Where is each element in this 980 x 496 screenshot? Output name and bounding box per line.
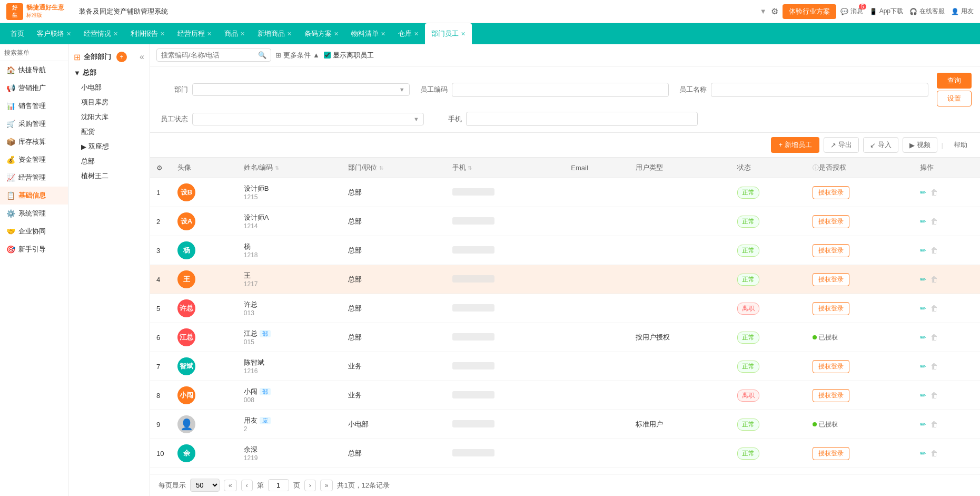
sidebar-item-basic[interactable]: 📋 基础信息 [0,187,68,205]
edit-icon[interactable]: ✏ [920,188,926,197]
nav-item-employee[interactable]: 部门员工 ✕ [425,23,472,44]
delete-icon[interactable]: 🗑 [930,449,938,458]
dept-node-zhishu[interactable]: 植树王二 [68,169,150,183]
search-input[interactable] [161,51,256,59]
sidebar-item-business[interactable]: 📈 经营管理 [0,169,68,187]
last-page-btn[interactable]: » [320,480,333,491]
app-download-btn[interactable]: 📱 App下载 [869,7,903,16]
delete-icon[interactable]: 🗑 [930,333,938,342]
collapse-tree-btn[interactable]: « [140,52,144,62]
close-icon[interactable]: ✕ [240,31,245,37]
auth-button[interactable]: 授权登录 [813,360,849,373]
dept-select[interactable]: ▼ [192,83,410,96]
close-icon[interactable]: ✕ [160,31,165,37]
auth-button[interactable]: 授权登录 [813,244,849,257]
delete-icon[interactable]: 🗑 [930,391,938,400]
col-dept[interactable]: 部门/职位 ⇅ [342,158,446,178]
edit-icon[interactable]: ✏ [920,391,926,400]
edit-icon[interactable]: ✏ [920,246,926,255]
sidebar-item-marketing[interactable]: 📢 营销推广 [0,79,68,97]
online-service-btn[interactable]: 🎧 在线客服 [909,7,945,16]
dropdown-arrow[interactable]: ▼ [760,7,767,15]
first-page-btn[interactable]: « [224,480,237,491]
sidebar-item-guide[interactable]: 🎯 新手引导 [0,240,68,258]
query-button[interactable]: 查询 [937,73,972,89]
delete-icon[interactable]: 🗑 [930,275,938,284]
col-phone[interactable]: 手机 ⇅ [446,158,565,178]
delete-icon[interactable]: 🗑 [930,304,938,313]
more-conditions-btn[interactable]: ⊞ 更多条件 ▲ [275,51,320,60]
delete-icon[interactable]: 🗑 [930,420,938,429]
close-icon[interactable]: ✕ [113,31,118,37]
nav-item-journey[interactable]: 经营历程 ✕ [171,23,218,44]
sidebar-item-finance[interactable]: 💰 资金管理 [0,151,68,169]
nav-item-add-goods[interactable]: 新增商品 ✕ [251,23,298,44]
close-icon[interactable]: ✕ [66,31,71,37]
sidebar-item-purchase[interactable]: 🛒 采购管理 [0,115,68,133]
export-button[interactable]: ↗ 导出 [824,137,859,153]
auth-button[interactable]: 授权登录 [813,389,849,402]
show-resigned-checkbox[interactable]: 显示离职员工 [324,51,374,60]
sidebar-item-inventory[interactable]: 📦 库存核算 [0,133,68,151]
delete-icon[interactable]: 🗑 [930,217,938,226]
edit-icon[interactable]: ✏ [920,333,926,342]
dept-node-peihuo[interactable]: 配货 [68,124,150,139]
empstatus-select[interactable]: ▼ [192,113,424,125]
close-icon[interactable]: ✕ [207,31,212,37]
add-dept-btn[interactable]: + [116,52,127,62]
sidebar-item-sales[interactable]: 📊 销售管理 [0,97,68,115]
close-icon[interactable]: ✕ [287,31,292,37]
auth-button[interactable]: 授权登录 [813,447,849,460]
set-button[interactable]: 设置 [937,91,972,106]
phone-input[interactable] [466,112,698,126]
close-icon[interactable]: ✕ [461,31,466,37]
gear-icon[interactable]: ⚙ [771,6,778,16]
auth-button[interactable]: 授权登录 [813,215,849,228]
nav-item-goods[interactable]: 商品 ✕ [218,23,251,44]
page-size-select[interactable]: 50 100 [190,479,220,492]
show-resigned-input[interactable] [324,52,331,59]
nav-item-barcode[interactable]: 条码方案 ✕ [298,23,345,44]
add-employee-button[interactable]: + 新增员工 [771,137,819,153]
video-button[interactable]: ▶ 视频 [903,137,937,153]
auth-button[interactable]: 授权登录 [813,186,849,199]
edit-icon[interactable]: ✏ [920,449,926,458]
edit-icon[interactable]: ✏ [920,217,926,226]
message-btn[interactable]: 💬 消息 5 [840,7,863,16]
dept-node-zongbu[interactable]: ▼ 总部 [68,65,150,80]
nav-item-warehouse[interactable]: 仓库 ✕ [392,23,425,44]
prev-page-btn[interactable]: ‹ [241,480,253,491]
user-avatar[interactable]: 👤 用友 [951,7,974,16]
sidebar-item-system[interactable]: ⚙️ 系统管理 [0,205,68,222]
import-button[interactable]: ↙ 导入 [863,137,898,153]
col-settings[interactable]: ⚙ [150,158,171,178]
nav-item-profit[interactable]: 利润报告 ✕ [124,23,171,44]
dept-node-zongbu2[interactable]: 总部 [68,154,150,169]
edit-icon[interactable]: ✏ [920,304,926,313]
close-icon[interactable]: ✕ [414,31,419,37]
auth-button[interactable]: 授权登录 [813,302,849,315]
auth-button[interactable]: 授权登录 [813,273,849,286]
close-icon[interactable]: ✕ [334,31,339,37]
nav-item-bom[interactable]: 物料清单 ✕ [345,23,392,44]
delete-icon[interactable]: 🗑 [930,188,938,197]
dept-node-xiaodianbu[interactable]: 小电部 [68,80,150,95]
dept-node-shenyang[interactable]: 沈阳大库 [68,110,150,124]
edit-icon[interactable]: ✏ [920,362,926,371]
edit-icon[interactable]: ✏ [920,275,926,284]
try-button[interactable]: 体验行业方案 [783,4,836,19]
help-button[interactable]: 帮助 [947,138,974,152]
nav-item-home[interactable]: 首页 [4,23,31,44]
empcode-input[interactable] [452,83,669,97]
dept-node-shuangzuo[interactable]: ▶ 双座想 [68,139,150,154]
delete-icon[interactable]: 🗑 [930,246,938,255]
sidebar-item-quicknav[interactable]: 🏠 快捷导航 [0,61,68,79]
edit-icon[interactable]: ✏ [920,420,926,429]
close-icon[interactable]: ✕ [381,31,385,37]
sidebar-search-input[interactable] [4,49,68,56]
delete-icon[interactable]: 🗑 [930,362,938,371]
nav-item-operation[interactable]: 经营情况 ✕ [77,23,124,44]
next-page-btn[interactable]: › [304,480,316,491]
empname-input[interactable] [711,83,928,97]
page-input[interactable] [268,479,289,491]
